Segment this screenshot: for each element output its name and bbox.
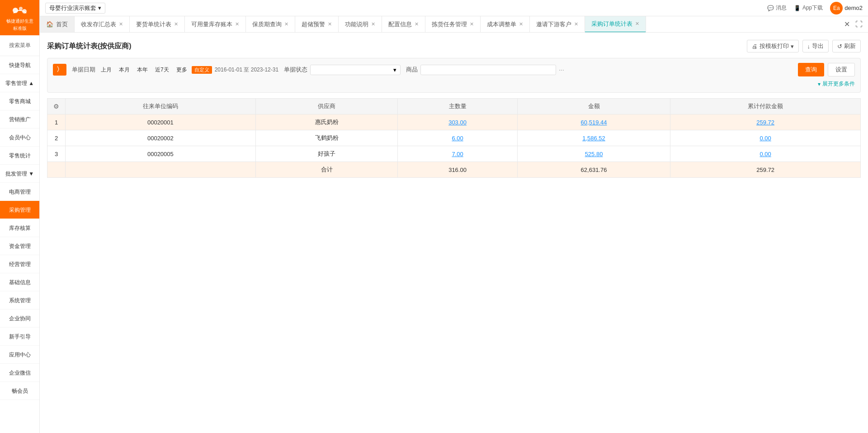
filter-status-group: 单据状态 ▾ [284,65,401,75]
row-supplier: 好孩子 [255,146,398,162]
tab-cost-adjust-close[interactable]: ✕ [519,21,523,27]
filter-bar: 〉 单据日期 上月 本月 本年 近7天 更多 自定义 2016-01-01 至 … [47,58,861,93]
tab-available-stock-close[interactable]: ✕ [235,21,239,27]
status-select[interactable]: ▾ [310,65,401,75]
phone-icon: 📱 [794,5,801,11]
tab-invite-downstream-close[interactable]: ✕ [574,21,578,27]
quicknav-label: 快捷导航 [0,62,39,69]
sidebar-item-member[interactable]: 会员中心 [0,128,39,147]
sidebar-item-retail-shop[interactable]: 零售商城 [0,92,39,110]
export-btn[interactable]: ↓ 导出 [802,40,829,52]
sidebar-item-quicknav[interactable]: 快捷导航 [0,56,39,74]
goods-input[interactable] [420,65,556,75]
date-btn-last-month[interactable]: 上月 [98,65,114,75]
col-settings[interactable]: ⚙ [47,99,66,114]
tab-pick-task-close[interactable]: ✕ [470,21,474,27]
sidebar-item-system[interactable]: 系统管理 [0,291,39,309]
footer-total-label: 合计 [255,162,398,178]
tab-config-info-close[interactable]: ✕ [415,21,419,27]
sidebar-item-purchase[interactable]: 采购管理 [0,201,39,219]
sidebar-logo[interactable]: 畅捷通好生意 标准版 [0,0,39,35]
tab-invite-downstream[interactable]: 邀请下游客户 ✕ [530,16,585,33]
tab-purchase-order-stat-close[interactable]: ✕ [635,21,639,27]
expand-conditions-btn[interactable]: ▾ 展开更多条件 [818,80,855,88]
date-btn-this-year[interactable]: 本年 [134,65,151,75]
date-btn-7days[interactable]: 近7天 [152,65,172,75]
tab-expiry-query[interactable]: 保质期查询 ✕ [246,16,295,33]
table-row[interactable]: 3 00020005 好孩子 7.00 525.80 0.00 [47,146,861,162]
account-selector[interactable]: 母婴行业演示账套 ▾ [45,3,105,14]
tab-receive-summary-close[interactable]: ✕ [119,21,123,27]
refresh-icon: ↺ [837,43,842,50]
table-row[interactable]: 2 00020002 飞鹤奶粉 6.00 1,586.52 0.00 [47,130,861,146]
settings-icon[interactable]: ⚙ [53,103,59,110]
close-tab-btn[interactable]: ✕ [842,19,852,29]
sidebar-item-collab[interactable]: 企业协同 [0,309,39,328]
tab-purchase-stat-close[interactable]: ✕ [174,21,178,27]
row-paid: 0.00 [670,130,861,146]
col-paid: 累计付款金额 [670,99,861,114]
chevron-down-icon: ▾ [98,5,101,11]
search-label[interactable]: 搜索菜单 [0,40,39,51]
row-qty: 6.00 [398,130,518,146]
user-menu[interactable]: Ea demo2 [830,2,863,14]
sidebar-item-inventory[interactable]: 库存核算 [0,219,39,237]
app-download-btn[interactable]: 📱 App下载 [794,4,823,12]
row-paid: 259.72 [670,114,861,130]
chevron-down-icon: ▾ [791,43,794,50]
table-row[interactable]: 1 00020001 惠氏奶粉 303.00 60,519.44 259.72 [47,114,861,130]
tab-func-desc-close[interactable]: ✕ [371,21,375,27]
setting-btn[interactable]: 设置 [828,63,855,76]
tab-overstock-alert[interactable]: 超储预警 ✕ [295,16,339,33]
tab-cost-adjust[interactable]: 成本调整单 ✕ [481,16,530,33]
sidebar-item-retail[interactable]: 零售管理 ▲ [0,74,39,92]
tab-purchase-stat[interactable]: 要货单统计表 ✕ [130,16,185,33]
export-label: 导出 [812,42,824,50]
template-print-btn[interactable]: 🖨 按模板打印 ▾ [747,40,799,52]
main-area: 母婴行业演示账套 ▾ 💬 消息 📱 App下载 Ea demo2 🏠 首页 [40,0,868,433]
sidebar-item-vip[interactable]: 畅会员 [0,382,39,400]
sidebar-search-item[interactable]: 搜索菜单 [0,35,39,56]
row-supplier: 飞鹤奶粉 [255,130,398,146]
tab-home[interactable]: 🏠 首页 [40,16,75,33]
sidebar-item-marketing[interactable]: 营销推广 [0,110,39,128]
row-paid: 0.00 [670,146,861,162]
message-btn[interactable]: 💬 消息 [767,4,787,12]
date-btn-more[interactable]: 更多 [174,65,190,75]
date-btn-this-month[interactable]: 本月 [116,65,132,75]
svg-point-1 [19,7,23,10]
footer-label [66,162,256,178]
row-code: 00020002 [66,130,256,146]
sidebar-item-operation[interactable]: 经营管理 [0,255,39,273]
maximize-btn[interactable]: ⛶ [854,19,864,29]
row-no: 3 [47,146,66,162]
tabbar-actions: ✕ ⛶ [839,19,868,29]
tab-available-stock[interactable]: 可用量库存账本 ✕ [185,16,246,33]
username-label: demo2 [844,5,863,11]
filter-toggle-btn[interactable]: 〉 [53,64,66,76]
row-amount: 1,586.52 [517,130,670,146]
sidebar-item-newbie[interactable]: 新手引导 [0,328,39,346]
footer-amount: 62,631.76 [517,162,670,178]
tab-config-info[interactable]: 配置信息 ✕ [382,16,425,33]
goods-more-icon[interactable]: ··· [559,66,564,73]
sidebar-item-finance[interactable]: 资金管理 [0,237,39,255]
tab-receive-summary[interactable]: 收发存汇总表 ✕ [75,16,130,33]
tab-receive-summary-label: 收发存汇总表 [81,20,116,29]
sidebar-item-ecommerce[interactable]: 电商管理 [0,183,39,201]
sidebar-item-wholesale[interactable]: 批发管理 ▼ [0,165,39,183]
sidebar-item-basic[interactable]: 基础信息 [0,273,39,291]
refresh-btn[interactable]: ↺ 刷新 [832,40,861,52]
tab-purchase-order-stat[interactable]: 采购订单统计表 ✕ [585,16,646,33]
sidebar-item-app-center[interactable]: 应用中心 [0,346,39,364]
sidebar-item-retail-stat[interactable]: 零售统计 [0,147,39,165]
filter-date-group: 单据日期 上月 本月 本年 近7天 更多 自定义 2016-01-01 至 20… [72,65,278,75]
tab-func-desc-label: 功能说明 [345,20,368,29]
tab-expiry-query-close[interactable]: ✕ [284,21,288,27]
tab-overstock-alert-label: 超储预警 [302,20,325,29]
tab-overstock-alert-close[interactable]: ✕ [328,21,332,27]
tab-pick-task[interactable]: 拣货任务管理 ✕ [425,16,481,33]
tab-func-desc[interactable]: 功能说明 ✕ [339,16,382,33]
query-btn[interactable]: 查询 [798,63,824,76]
sidebar-item-wechat[interactable]: 企业微信 [0,364,39,382]
